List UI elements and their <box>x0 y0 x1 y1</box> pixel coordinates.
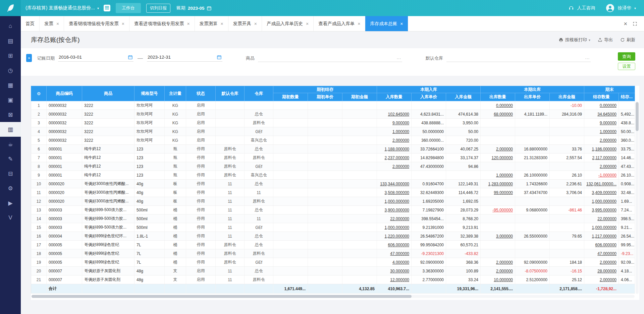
sidebar-item-document[interactable]: ✎ <box>0 151 21 166</box>
qty-link[interactable]: 68.000000 <box>494 112 513 117</box>
sidebar-item-org[interactable]: ▦ <box>0 78 21 92</box>
tab-view-output-vat-invoice[interactable]: 查看销项增值税专用发票× <box>64 16 129 31</box>
qty-link[interactable]: 3.000000 <box>496 234 513 239</box>
qty-link[interactable]: 606.000000 <box>388 243 409 247</box>
calendar-icon[interactable] <box>128 55 133 60</box>
sidebar-item-home[interactable]: ⌂ <box>0 19 21 34</box>
qty-link[interactable]: -95.000000 <box>492 208 513 212</box>
qty-link[interactable]: 2.000000 <box>496 269 513 273</box>
qty-link[interactable]: 102.645000 <box>388 112 409 117</box>
qty-link[interactable]: 2.000000 <box>600 164 616 169</box>
tab-close-icon[interactable]: × <box>56 21 59 26</box>
close-tab-icon[interactable]: × <box>624 21 627 27</box>
sidebar-item-calendar[interactable]: ▣ <box>0 92 21 107</box>
tab-close-icon[interactable]: × <box>221 21 223 26</box>
tab-close-icon[interactable]: × <box>358 21 360 26</box>
qty-link[interactable]: 30.000000 <box>390 269 409 273</box>
qty-link[interactable]: 2,117.000000 <box>592 155 616 160</box>
qty-link[interactable]: 47.000000 <box>390 251 409 256</box>
qty-link[interactable]: 34.645000 <box>597 112 616 117</box>
tab-product-inbound-history[interactable]: 产成品入库单历史× <box>262 16 314 31</box>
qty-link[interactable]: 1,283.000000 <box>488 182 513 186</box>
qty-link[interactable]: 133,344.000000 <box>380 182 409 186</box>
qty-link[interactable]: 1.000000 <box>496 173 513 178</box>
vertical-scrollbar-thumb[interactable] <box>636 102 639 131</box>
qty-link[interactable]: 0.000000 <box>600 103 616 108</box>
fullscreen-icon[interactable] <box>633 21 637 26</box>
tab-close-icon[interactable]: × <box>122 21 124 26</box>
qty-link[interactable]: 1,000.000000 <box>385 225 409 230</box>
company-selector[interactable]: (库存核算) 直播畅捷通信息股份... ▾ <box>25 5 99 11</box>
more-icon[interactable]: … <box>585 55 590 60</box>
sidebar-item-product[interactable]: ⊠ <box>0 107 21 122</box>
user-name[interactable]: 徐泽华 <box>618 5 631 11</box>
calendar-icon[interactable] <box>217 55 222 60</box>
qty-link[interactable]: 28.000000 <box>597 269 616 273</box>
tab-view-product-inbound[interactable]: 查看产成品入库单× <box>314 16 365 31</box>
column-settings-icon[interactable]: ⚙ <box>31 86 47 101</box>
horizontal-scrollbar-thumb[interactable] <box>32 295 412 298</box>
sidebar-item-history[interactable]: ◷ <box>0 63 21 78</box>
qty-link[interactable]: 3,995.000000 <box>592 208 616 212</box>
qty-link[interactable]: 1,000.000000 <box>592 199 616 204</box>
more-icon[interactable]: … <box>396 55 401 60</box>
tab-home[interactable]: 首页 <box>21 16 40 31</box>
qty-link[interactable]: 120.000000 <box>492 155 513 160</box>
accounting-period[interactable]: 账期 2023-05 <box>176 5 212 11</box>
qty-link[interactable]: 132,061.00000... <box>586 182 616 186</box>
sidebar-item-brand[interactable]: V <box>0 210 21 225</box>
qty-link[interactable]: 4.000000 <box>392 260 409 265</box>
tab-close-icon[interactable]: × <box>187 21 190 26</box>
qty-link[interactable]: 1,188.000000 <box>385 147 409 151</box>
qty-link[interactable]: -1.000000 <box>598 173 616 178</box>
workbench-button[interactable]: 工作台 <box>116 3 141 13</box>
vertical-scrollbar[interactable] <box>636 102 639 294</box>
qty-link[interactable]: 2,237.000000 <box>385 155 409 160</box>
qty-link[interactable]: 47.000000 <box>597 251 616 256</box>
qty-link[interactable]: 9.000000 <box>392 121 409 125</box>
date-from-input[interactable]: 2016-03-01 <box>58 54 133 62</box>
tab-invoice-calc[interactable]: 发票测算× <box>195 16 228 31</box>
qty-link[interactable]: 2.000000 <box>392 164 409 169</box>
qty-link[interactable]: 2.000000 <box>496 147 513 151</box>
sidebar-item-service[interactable]: ☕ <box>0 137 21 151</box>
export-button[interactable]: 导出 <box>598 37 613 43</box>
tab-close-icon[interactable]: × <box>306 21 309 26</box>
qty-link[interactable]: 99.000000 <box>494 190 513 195</box>
settings-button[interactable]: 设置 <box>618 63 635 70</box>
sidebar-item-inventory[interactable]: ▥ <box>0 122 21 137</box>
qty-link[interactable]: 10.000000 <box>494 277 513 282</box>
qty-link[interactable]: 9.000000 <box>600 121 616 125</box>
sidebar-item-invoice[interactable]: ▤ <box>0 34 21 48</box>
tab-inventory-cost-ledger[interactable]: 库存成本总账× <box>365 16 408 31</box>
avatar[interactable] <box>606 4 614 12</box>
print-by-template-button[interactable]: 按模板打印 ▾ <box>558 37 590 43</box>
date-to-input[interactable]: 2023-12-31 <box>147 54 222 62</box>
sidebar-item-report[interactable]: ⊞ <box>0 48 21 63</box>
product-input[interactable]: … <box>258 54 402 62</box>
tab-invoice[interactable]: 发票× <box>40 16 64 31</box>
qty-link[interactable]: 1,220.000000 <box>385 234 409 239</box>
qty-link[interactable]: 2.000000 <box>600 277 616 282</box>
qty-link[interactable]: 12.000000 <box>390 277 409 282</box>
qty-link[interactable]: 1,000.000000 <box>592 225 616 230</box>
sidebar-item-settings[interactable]: ⚙ <box>0 181 21 196</box>
switch-daily-button[interactable]: 切到日报 <box>146 4 170 13</box>
horizontal-scrollbar[interactable] <box>32 295 635 298</box>
memo-icon[interactable] <box>104 5 110 11</box>
qty-link[interactable]: 606.000000 <box>595 243 616 247</box>
tab-close-icon[interactable]: × <box>400 21 403 26</box>
query-button[interactable]: 查询 <box>618 52 635 61</box>
qty-link[interactable]: 1.000000 <box>600 129 616 134</box>
qty-link[interactable]: 1.000000 <box>392 129 409 134</box>
qty-link[interactable]: 2.000000 <box>600 138 616 143</box>
app-logo[interactable] <box>0 0 21 16</box>
qty-link[interactable]: 0.000000 <box>496 103 513 108</box>
qty-link[interactable]: 1,217.000000 <box>592 234 616 239</box>
qty-link[interactable]: 3,900.000000 <box>385 208 409 212</box>
qty-link[interactable]: 3,508.000000 <box>385 190 409 195</box>
tab-invoice-issue[interactable]: 发票开具× <box>228 16 262 31</box>
qty-link[interactable]: 2.000000 <box>600 260 616 265</box>
qty-link[interactable]: 1,000.000000 <box>385 199 409 204</box>
warehouse-input[interactable]: … <box>446 54 591 62</box>
